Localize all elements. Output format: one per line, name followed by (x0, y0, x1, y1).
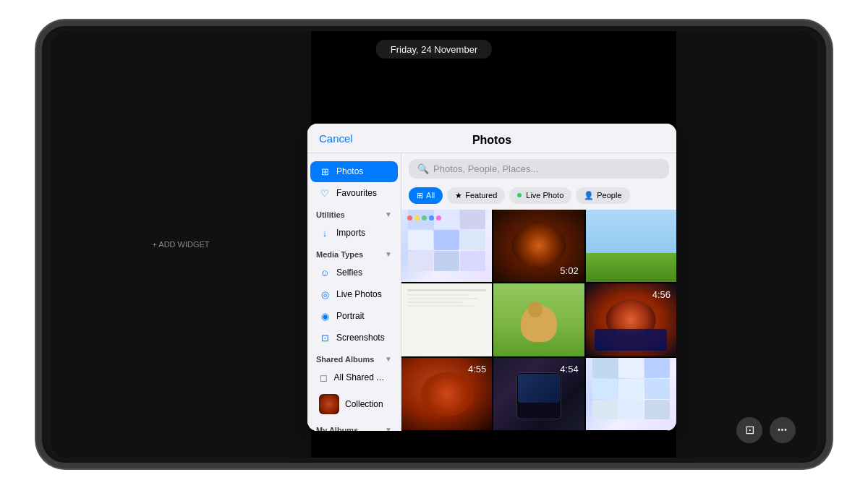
photo-cell-8[interactable]: 4:54 (493, 358, 584, 431)
filter-live-photo[interactable]: Live Photo (509, 187, 571, 204)
selfies-icon: ☺ (319, 267, 331, 278)
sidebar-item-all-shared-albums[interactable]: ◻ All Shared Albums (310, 367, 398, 388)
live-photos-icon: ◎ (319, 289, 331, 300)
modal-title: Photos (472, 134, 511, 147)
search-icon: 🔍 (417, 163, 429, 174)
filter-featured-icon: ★ (455, 191, 462, 200)
sidebar-item-photos[interactable]: ⊞ Photos (310, 161, 398, 182)
sidebar-item-collection[interactable]: Collection (310, 389, 398, 419)
photo-cell-4[interactable] (401, 283, 492, 356)
my-albums-chevron: ▼ (385, 426, 392, 431)
photo-cell-2[interactable]: 5:02 (493, 210, 584, 283)
filter-all-label: All (426, 191, 435, 200)
shared-albums-section-header[interactable]: Shared Albums ▼ (307, 349, 401, 367)
collection-thumbnail (319, 394, 339, 414)
sidebar: ⊞ Photos ♡ Favourites Utilities ▼ ↓ Im (307, 153, 401, 431)
sidebar-label-favourites: Favourites (336, 188, 377, 198)
display-icon: ⊡ (745, 423, 754, 437)
photo-cell-9[interactable] (586, 358, 676, 431)
status-bar-date: Friday, 24 November (391, 44, 477, 55)
filter-people[interactable]: 👤 People (576, 187, 629, 204)
ipad-frame: Friday, 24 November + ADD WIDGET Cancel … (36, 20, 832, 468)
home-screen-panel: + ADD WIDGET (51, 31, 311, 458)
photo-grid: 5:02 (401, 210, 676, 431)
more-button[interactable]: ••• (770, 417, 796, 443)
filter-featured-label: Featured (465, 191, 497, 200)
photo-cell-6[interactable]: 4:56 (586, 283, 676, 356)
portrait-icon: ◉ (319, 311, 331, 322)
my-albums-label: My Albums (316, 426, 358, 431)
sidebar-item-portrait[interactable]: ◉ Portrait (310, 306, 398, 327)
media-types-section-header[interactable]: Media Types ▼ (307, 244, 401, 262)
my-albums-section-header[interactable]: My Albums ▼ (307, 420, 401, 431)
filter-people-label: People (597, 191, 621, 200)
filter-people-icon: 👤 (584, 191, 594, 200)
screenshots-icon: ⊡ (319, 333, 331, 343)
shared-albums-chevron: ▼ (385, 355, 392, 363)
sidebar-label-portrait: Portrait (336, 311, 365, 321)
photo-cell-3[interactable] (586, 210, 676, 283)
media-types-chevron: ▼ (385, 250, 392, 258)
cancel-button[interactable]: Cancel (319, 132, 353, 144)
media-types-label: Media Types (316, 250, 363, 259)
utilities-label: Utilities (316, 210, 345, 219)
sidebar-item-screenshots[interactable]: ⊡ Screenshots (310, 328, 398, 348)
sidebar-item-live-photos[interactable]: ◎ Live Photos (310, 284, 398, 305)
filter-all[interactable]: ⊞ All (409, 187, 443, 204)
shared-albums-label: Shared Albums (316, 355, 374, 364)
modal-header: Cancel Photos (307, 124, 676, 153)
modal-body: ⊞ Photos ♡ Favourites Utilities ▼ ↓ Im (307, 153, 676, 431)
all-shared-albums-icon: ◻ (319, 372, 328, 383)
search-bar-container: 🔍 Photos, People, Places... (401, 153, 676, 183)
add-widget-label: + ADD WIDGET (152, 240, 209, 249)
search-bar[interactable]: 🔍 Photos, People, Places... (409, 159, 669, 179)
bottom-controls: ⊡ ••• (736, 417, 796, 443)
filter-featured[interactable]: ★ Featured (447, 187, 505, 204)
right-dark-panel (676, 31, 817, 458)
sidebar-label-all-shared-albums: All Shared Albums (333, 372, 389, 382)
sidebar-label-collection: Collection (345, 399, 383, 409)
photos-modal: Cancel Photos ⊞ Photos ♡ Favourites (307, 124, 676, 431)
more-icon: ••• (778, 426, 788, 434)
utilities-section-header[interactable]: Utilities ▼ (307, 205, 401, 222)
display-button[interactable]: ⊡ (736, 417, 762, 443)
sidebar-label-imports: Imports (336, 228, 365, 238)
sidebar-label-photos: Photos (336, 166, 363, 176)
content-area: 🔍 Photos, People, Places... ⊞ All ★ Feat… (401, 153, 676, 431)
utilities-chevron: ▼ (385, 210, 392, 218)
imports-icon: ↓ (319, 228, 331, 239)
sidebar-item-selfies[interactable]: ☺ Selfies (310, 262, 398, 283)
sidebar-label-live-photos: Live Photos (336, 289, 382, 299)
sidebar-label-screenshots: Screenshots (336, 333, 385, 343)
sidebar-item-imports[interactable]: ↓ Imports (310, 223, 398, 244)
sidebar-item-favourites[interactable]: ♡ Favourites (310, 183, 398, 204)
photos-icon: ⊞ (319, 166, 331, 177)
status-bar: Friday, 24 November (376, 40, 492, 59)
live-dot-icon (517, 193, 522, 197)
photo-cell-1[interactable] (401, 210, 492, 283)
filter-bar: ⊞ All ★ Featured Live Photo 👤 (401, 183, 676, 210)
filter-all-icon: ⊞ (417, 191, 423, 200)
search-input[interactable]: Photos, People, Places... (433, 163, 538, 174)
photo-cell-5[interactable] (493, 283, 584, 356)
favourites-icon: ♡ (319, 188, 331, 199)
ipad-screen: Friday, 24 November + ADD WIDGET Cancel … (51, 31, 817, 458)
sidebar-label-selfies: Selfies (336, 267, 362, 278)
filter-live-photo-label: Live Photo (526, 191, 563, 200)
photo-cell-7[interactable]: 4:55 (401, 358, 492, 431)
